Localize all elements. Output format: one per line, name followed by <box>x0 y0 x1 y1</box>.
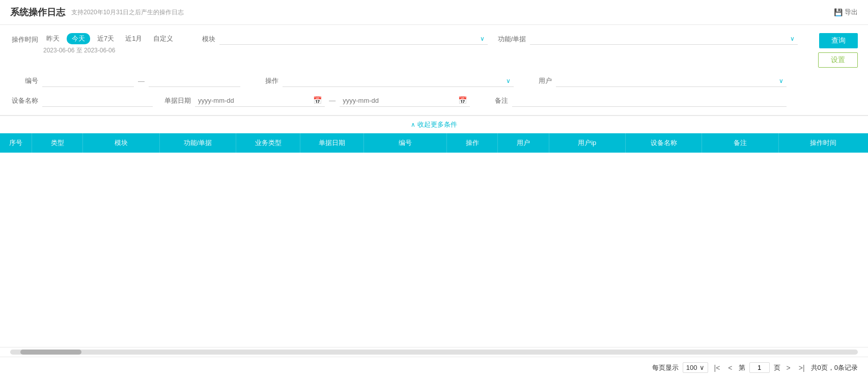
date-from-input[interactable] <box>198 97 313 104</box>
device-input[interactable] <box>42 95 153 107</box>
header-row: 序号 类型 模块 功能/单据 业务类型 单据日期 编号 操作 用户 用户ip 设… <box>0 133 868 153</box>
col-user: 用户 <box>498 133 549 153</box>
user-chevron-icon: ∨ <box>779 77 783 84</box>
col-module: 模块 <box>83 133 159 153</box>
export-label: 导出 <box>845 8 858 17</box>
collapse-chevron-icon: ∧ <box>411 121 415 128</box>
page-size-value: 100 <box>686 364 697 371</box>
col-remark: 备注 <box>702 133 778 153</box>
page-label: 第 <box>739 363 745 372</box>
date-dash: — <box>329 97 335 104</box>
page-input[interactable] <box>749 362 770 373</box>
number-dash: — <box>138 77 145 85</box>
operation-filter: 操作 ∨ <box>250 75 514 87</box>
col-type: 类型 <box>32 133 83 153</box>
collapse-bar[interactable]: ∧ 收起更多条件 <box>0 115 868 133</box>
col-seq: 序号 <box>0 133 32 153</box>
scroll-area <box>0 347 868 357</box>
module-filter: 模块 ∨ <box>187 33 487 45</box>
calendar-to-icon[interactable]: 📅 <box>458 96 467 104</box>
page-title-area: 系统操作日志 支持2020年10月31日之后产生的操作日志 <box>10 6 184 18</box>
btn-area: 查询 设置 <box>818 33 858 68</box>
operation-label: 操作 <box>250 76 278 85</box>
function-chevron-icon: ∨ <box>790 35 795 42</box>
table-header: 序号 类型 模块 功能/单据 业务类型 单据日期 编号 操作 用户 用户ip 设… <box>0 133 868 153</box>
number-label: 编号 <box>10 76 38 85</box>
number-input-from[interactable] <box>42 75 134 87</box>
page-header: 系统操作日志 支持2020年10月31日之后产生的操作日志 💾 导出 <box>0 0 868 25</box>
remark-input[interactable] <box>512 95 787 107</box>
export-button[interactable]: 💾 导出 <box>834 8 858 17</box>
page-title: 系统操作日志 <box>10 6 65 18</box>
function-select[interactable]: ∨ <box>530 33 798 45</box>
time-btn-1month[interactable]: 近1月 <box>121 33 146 44</box>
first-page-button[interactable]: |< <box>712 363 722 373</box>
number-filter: 编号 — <box>10 75 240 87</box>
time-btn-yesterday[interactable]: 昨天 <box>42 33 64 44</box>
date-to-wrap: 📅 <box>340 94 469 107</box>
col-user-ip: 用户ip <box>549 133 625 153</box>
calendar-from-icon[interactable]: 📅 <box>313 96 322 104</box>
remark-label: 备注 <box>480 96 508 105</box>
time-btns: 昨天 今天 近7天 近1月 自定义 <box>42 33 177 44</box>
table-area: 序号 类型 模块 功能/单据 业务类型 单据日期 编号 操作 用户 用户ip 设… <box>0 133 868 347</box>
scroll-thumb[interactable] <box>20 350 81 355</box>
operation-chevron-icon: ∨ <box>506 77 511 84</box>
data-table: 序号 类型 模块 功能/单据 业务类型 单据日期 编号 操作 用户 用户ip 设… <box>0 133 868 153</box>
time-label: 操作时间 <box>10 33 38 44</box>
module-chevron-icon: ∨ <box>480 35 485 42</box>
col-date: 单据日期 <box>300 133 363 153</box>
page-size-label: 每页显示 <box>652 363 679 372</box>
filter-area: 操作时间 昨天 今天 近7天 近1月 自定义 2023-06-06 至 2023… <box>0 25 868 115</box>
next-page-button[interactable]: > <box>785 363 793 373</box>
col-biz-type: 业务类型 <box>236 133 300 153</box>
page-unit: 页 <box>774 363 780 372</box>
settings-button[interactable]: 设置 <box>818 52 858 68</box>
time-date-range: 2023-06-06 至 2023-06-06 <box>43 46 177 55</box>
total-info: 共0页，0条记录 <box>811 363 858 372</box>
query-button[interactable]: 查询 <box>819 33 858 48</box>
date-from-wrap: 📅 <box>195 94 325 107</box>
time-btn-today[interactable]: 今天 <box>67 33 90 44</box>
export-icon: 💾 <box>834 8 843 16</box>
page-size-select[interactable]: 100 ∨ <box>683 362 708 373</box>
scroll-track[interactable] <box>10 350 858 355</box>
device-label: 设备名称 <box>10 96 38 105</box>
col-number: 编号 <box>364 133 447 153</box>
time-btn-custom[interactable]: 自定义 <box>149 33 177 44</box>
page-size-arrow-icon: ∨ <box>699 364 705 371</box>
device-filter: 设备名称 <box>10 95 153 107</box>
collapse-label: 收起更多条件 <box>417 120 457 129</box>
col-function: 功能/单据 <box>159 133 236 153</box>
page-subtitle: 支持2020年10月31日之后产生的操作日志 <box>71 8 184 17</box>
user-select[interactable]: ∨ <box>556 75 787 87</box>
remark-filter: 备注 <box>480 95 787 107</box>
time-filter: 操作时间 昨天 今天 近7天 近1月 自定义 2023-06-06 至 2023… <box>10 33 177 55</box>
user-filter: 用户 ∨ <box>524 75 787 87</box>
col-device: 设备名称 <box>626 133 702 153</box>
voucher-date-filter: 单据日期 📅 — 📅 <box>163 94 470 107</box>
time-filter-controls: 昨天 今天 近7天 近1月 自定义 2023-06-06 至 2023-06-0… <box>42 33 177 55</box>
function-filter: 功能/单据 ∨ <box>498 33 798 45</box>
time-btn-7days[interactable]: 近7天 <box>93 33 118 44</box>
pagination-bar: 每页显示 100 ∨ |< < 第 页 > >| 共0页，0条记录 <box>0 357 868 378</box>
function-label: 功能/单据 <box>498 35 526 44</box>
voucher-date-label: 单据日期 <box>163 96 191 105</box>
col-op-time: 操作时间 <box>778 133 868 153</box>
page-container: 系统操作日志 支持2020年10月31日之后产生的操作日志 💾 导出 操作时间 … <box>0 0 868 378</box>
date-to-input[interactable] <box>343 97 458 104</box>
operation-select[interactable]: ∨ <box>283 75 514 87</box>
last-page-button[interactable]: >| <box>797 363 807 373</box>
prev-page-button[interactable]: < <box>726 363 734 373</box>
user-label: 用户 <box>524 76 552 85</box>
module-label: 模块 <box>187 35 215 44</box>
number-input-to[interactable] <box>149 75 240 87</box>
col-operation: 操作 <box>447 133 498 153</box>
module-select[interactable]: ∨ <box>219 33 487 45</box>
